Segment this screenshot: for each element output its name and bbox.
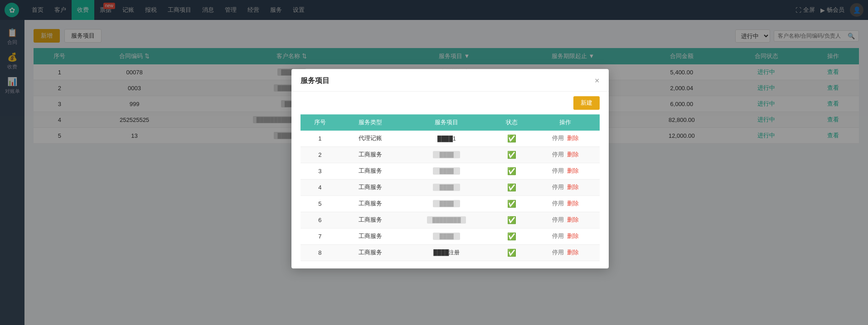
modal-table-row: 7 工商服务 ████ ✅ 停用 删除	[301, 228, 600, 244]
modal-cell-type: 工商服务	[339, 195, 401, 212]
modal-cell-item: ████	[401, 228, 492, 244]
modal-cell-seq: 6	[301, 212, 340, 228]
modal-cell-action: 停用 删除	[531, 212, 599, 228]
modal-title: 服务项目	[301, 76, 330, 86]
modal-table-row: 2 工商服务 ████ ✅ 停用 删除	[301, 146, 600, 163]
modal-cell-type: 工商服务	[339, 244, 401, 261]
modal-new-button[interactable]: 新建	[573, 96, 600, 110]
modal-cell-action: 停用 删除	[531, 228, 599, 244]
modal-cell-seq: 1	[301, 131, 340, 147]
modal-cell-type: 工商服务	[339, 179, 401, 195]
modal-cell-status: ✅	[492, 212, 532, 228]
modal-cell-status: ✅	[492, 131, 532, 147]
modal-cell-status: ✅	[492, 179, 532, 195]
modal-table-row: 8 工商服务 ████注册 ✅ 停用 删除	[301, 244, 600, 261]
delete-button[interactable]: 删除	[567, 167, 579, 174]
stop-button[interactable]: 停用	[552, 184, 564, 190]
modal-cell-status: ✅	[492, 228, 532, 244]
modal-cell-item: ████	[401, 146, 492, 163]
modal-cell-action: 停用 删除	[531, 195, 599, 212]
stop-button[interactable]: 停用	[552, 216, 564, 223]
stop-button[interactable]: 停用	[552, 233, 564, 239]
modal-cell-action: 停用 删除	[531, 244, 599, 261]
modal-cell-type: 工商服务	[339, 228, 401, 244]
modal-body: 序号 服务类型 服务项目 状态 操作 1 代理记账 ████1 ✅ 停用 删除 …	[291, 114, 609, 268]
modal-cell-seq: 8	[301, 244, 340, 261]
modal-cell-action: 停用 删除	[531, 179, 599, 195]
delete-button[interactable]: 删除	[567, 216, 579, 223]
modal-cell-action: 停用 删除	[531, 146, 599, 163]
modal-table-row: 4 工商服务 ████ ✅ 停用 删除	[301, 179, 600, 195]
modal-table-row: 6 工商服务 ████████ ✅ 停用 删除	[301, 212, 600, 228]
delete-button[interactable]: 删除	[567, 184, 579, 190]
modal-cell-status: ✅	[492, 146, 532, 163]
modal-cell-status: ✅	[492, 195, 532, 212]
modal-cell-type: 代理记账	[339, 131, 401, 147]
service-items-modal: 服务项目 × 新建 序号 服务类型 服务项目 状态 操作 1 代理记账 ████…	[291, 69, 609, 268]
modal-cell-type: 工商服务	[339, 163, 401, 179]
modal-header: 服务项目 ×	[291, 69, 609, 92]
stop-button[interactable]: 停用	[552, 135, 564, 141]
modal-table-row: 3 工商服务 ████ ✅ 停用 删除	[301, 163, 600, 179]
modal-cell-item: ████1	[401, 131, 492, 147]
modal-col-status: 状态	[492, 114, 532, 131]
modal-cell-seq: 4	[301, 179, 340, 195]
modal-table-header: 序号 服务类型 服务项目 状态 操作	[301, 114, 600, 131]
modal-cell-seq: 3	[301, 163, 340, 179]
modal-cell-seq: 2	[301, 146, 340, 163]
modal-toolbar: 新建	[291, 92, 609, 114]
modal-table-row: 1 代理记账 ████1 ✅ 停用 删除	[301, 131, 600, 147]
modal-col-item: 服务项目	[401, 114, 492, 131]
modal-cell-action: 停用 删除	[531, 163, 599, 179]
stop-button[interactable]: 停用	[552, 167, 564, 174]
modal-cell-item: ████	[401, 179, 492, 195]
modal-cell-type: 工商服务	[339, 146, 401, 163]
modal-cell-item: ████████	[401, 212, 492, 228]
modal-cell-item: ████注册	[401, 244, 492, 261]
delete-button[interactable]: 删除	[567, 200, 579, 207]
modal-cell-item: ████	[401, 163, 492, 179]
modal-col-action: 操作	[531, 114, 599, 131]
modal-cell-seq: 5	[301, 195, 340, 212]
modal-table-row: 5 工商服务 ████ ✅ 停用 删除	[301, 195, 600, 212]
modal-col-seq: 序号	[301, 114, 340, 131]
modal-cell-seq: 7	[301, 228, 340, 244]
modal-cell-status: ✅	[492, 163, 532, 179]
modal-cell-action: 停用 删除	[531, 131, 599, 147]
delete-button[interactable]: 删除	[567, 249, 579, 256]
delete-button[interactable]: 删除	[567, 151, 579, 158]
modal-cell-item: ████	[401, 195, 492, 212]
delete-button[interactable]: 删除	[567, 135, 579, 141]
service-items-table: 序号 服务类型 服务项目 状态 操作 1 代理记账 ████1 ✅ 停用 删除 …	[301, 114, 600, 261]
modal-col-type: 服务类型	[339, 114, 401, 131]
stop-button[interactable]: 停用	[552, 151, 564, 158]
stop-button[interactable]: 停用	[552, 249, 564, 256]
modal-cell-status: ✅	[492, 244, 532, 261]
stop-button[interactable]: 停用	[552, 200, 564, 207]
modal-cell-type: 工商服务	[339, 212, 401, 228]
modal-close-button[interactable]: ×	[595, 76, 600, 86]
delete-button[interactable]: 删除	[567, 233, 579, 239]
